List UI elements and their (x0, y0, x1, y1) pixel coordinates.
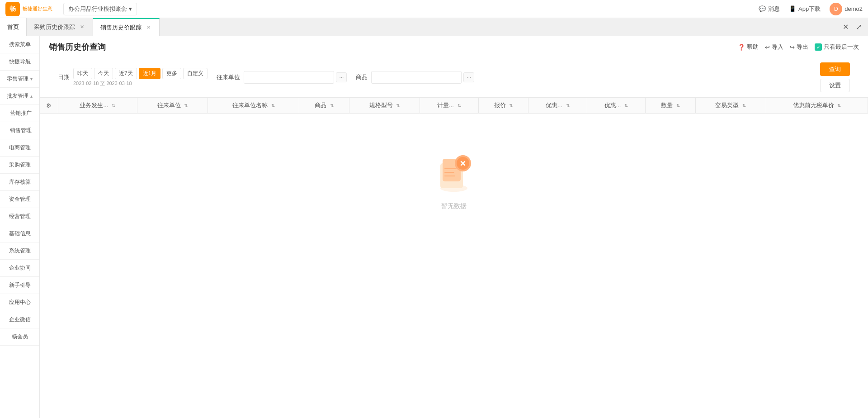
logo-area: 畅 畅捷通好生意 (5, 2, 52, 16)
th-partner-code[interactable]: 往来单位 ⇅ (137, 98, 208, 114)
sidebar-item-purchase-mgmt[interactable]: 采购管理 (0, 157, 39, 174)
date-btn-custom[interactable]: 自定义 (183, 68, 208, 79)
tab-home[interactable]: 首页 (0, 18, 27, 36)
th-pretax-price[interactable]: 优惠前无税单价 ⇅ (766, 98, 868, 114)
sidebar-item-sales-mgmt[interactable]: 销售管理 (0, 122, 39, 139)
export-label: 导出 (797, 43, 808, 51)
th-partner-name[interactable]: 往来单位名称 ⇅ (208, 98, 299, 114)
new-guide-label: 新手引导 (9, 281, 31, 289)
date-buttons: 昨天 今天 近7天 近1月 更多 自定义 (73, 68, 208, 79)
export-icon: ↪ (790, 44, 795, 51)
app-download-action[interactable]: 📱 App下载 (789, 5, 821, 13)
only-last-label: 只看最后一次 (824, 43, 859, 51)
members-label: 畅会员 (12, 333, 28, 341)
empty-text: 暂无数据 (441, 202, 467, 210)
message-icon: 💬 (759, 5, 766, 12)
sidebar-item-inventory[interactable]: 库存核算 (0, 174, 39, 191)
th-discount2[interactable]: 优惠... ⇅ (587, 98, 646, 114)
action-buttons: 查询 设置 (820, 62, 850, 92)
ops-mgmt-label: 经营管理 (9, 213, 31, 220)
tab-purchase-history-close[interactable]: ✕ (79, 24, 85, 30)
purchase-mgmt-label: 采购管理 (9, 161, 31, 169)
date-btn-more[interactable]: 更多 (162, 68, 181, 79)
sidebar-item-corp-wechat[interactable]: 企业微信 (0, 311, 39, 328)
th-discount1[interactable]: 优惠... ⇅ (528, 98, 587, 114)
th-quote[interactable]: 报价 ⇅ (478, 98, 528, 114)
import-btn[interactable]: ↩ 导入 (765, 43, 783, 51)
message-action[interactable]: 💬 消息 (759, 5, 780, 13)
partner-dots-btn[interactable]: ··· (336, 72, 347, 82)
filter-row: 日期 昨天 今天 近7天 近1月 更多 自定义 2023-02-18 至 202… (49, 58, 859, 97)
tab-sales-history[interactable]: 销售历史价跟踪 ✕ (93, 18, 160, 36)
sidebar: 搜索菜单 快捷导航 零售管理 ▾ 批发管理 ▴ 营销推广 销售管理 电商管理 采… (0, 36, 40, 418)
th-qty[interactable]: 数量 ⇅ (646, 98, 695, 114)
import-icon: ↩ (765, 44, 770, 51)
industry-selector[interactable]: 办公用品行业模拟账套 ▾ (63, 3, 137, 15)
date-btn-1month[interactable]: 近1月 (139, 68, 161, 79)
tab-bar: 首页 采购历史价跟踪 ✕ 销售历史价跟踪 ✕ ✕ ⤢ (0, 18, 868, 36)
data-table: ⚙ 业务发生... ⇅ 往来单位 ⇅ 往来单位名称 ⇅ 商品 ⇅ 规格型号 ⇅ … (40, 98, 868, 114)
date-btn-yesterday[interactable]: 昨天 (73, 68, 92, 79)
sidebar-item-marketing[interactable]: 营销推广 (0, 105, 39, 122)
finance-mgmt-label: 资金管理 (9, 195, 31, 203)
sidebar-item-wholesale-mgmt[interactable]: 批发管理 ▴ (0, 88, 39, 105)
sidebar-item-quick-nav[interactable]: 快捷导航 (0, 53, 39, 71)
user-label: demo2 (844, 5, 863, 12)
goods-filter-group: 商品 ··· (356, 71, 474, 84)
app-download-label: App下载 (798, 5, 821, 13)
settings-button[interactable]: 设置 (820, 79, 850, 92)
help-icon: ❓ (738, 44, 745, 51)
help-btn[interactable]: ❓ 帮助 (738, 43, 759, 51)
sidebar-item-finance-mgmt[interactable]: 资金管理 (0, 191, 39, 208)
header-left: 畅 畅捷通好生意 办公用品行业模拟账套 ▾ (5, 2, 137, 16)
chevron-up-icon: ▴ (30, 94, 33, 99)
sidebar-item-members[interactable]: 畅会员 (0, 328, 39, 346)
tab-bar-right: ✕ ⤢ (841, 21, 868, 33)
table-area: ⚙ 业务发生... ⇅ 往来单位 ⇅ 往来单位名称 ⇅ 商品 ⇅ 规格型号 ⇅ … (40, 98, 868, 418)
corp-collab-label: 企业协同 (9, 264, 31, 272)
sidebar-item-ecommerce-mgmt[interactable]: 电商管理 (0, 139, 39, 157)
help-label: 帮助 (747, 43, 759, 51)
sidebar-item-new-guide[interactable]: 新手引导 (0, 277, 39, 294)
sidebar-item-corp-collab[interactable]: 企业协同 (0, 260, 39, 277)
export-btn[interactable]: ↪ 导出 (790, 43, 808, 51)
empty-state: 暂无数据 (40, 114, 868, 247)
tab-purchase-history[interactable]: 采购历史价跟踪 ✕ (27, 18, 93, 36)
th-biz-date[interactable]: 业务发生... ⇅ (58, 98, 137, 114)
close-window-btn[interactable]: ✕ (841, 21, 850, 33)
sidebar-item-search-menu[interactable]: 搜索菜单 (0, 36, 39, 53)
marketing-label: 营销推广 (10, 109, 32, 117)
wholesale-mgmt-label: 批发管理 (7, 92, 28, 100)
th-unit[interactable]: 计量... ⇅ (420, 98, 479, 114)
sidebar-item-basic-info[interactable]: 基础信息 (0, 225, 39, 242)
message-label: 消息 (768, 5, 780, 13)
search-menu-label: 搜索菜单 (9, 41, 31, 48)
logo-icon: 畅 (5, 2, 20, 16)
sidebar-item-app-center[interactable]: 应用中心 (0, 294, 39, 311)
date-btn-7days[interactable]: 近7天 (115, 68, 137, 79)
date-btn-today[interactable]: 今天 (94, 68, 113, 79)
sales-mgmt-label: 销售管理 (10, 127, 32, 134)
partner-filter-group: 往来单位 ··· (217, 71, 347, 84)
ecommerce-mgmt-label: 电商管理 (9, 144, 31, 152)
th-gear[interactable]: ⚙ (40, 98, 58, 114)
sidebar-item-ops-mgmt[interactable]: 经营管理 (0, 208, 39, 225)
quick-nav-label: 快捷导航 (9, 58, 31, 66)
sidebar-item-sys-mgmt[interactable]: 系统管理 (0, 242, 39, 260)
th-trade-type[interactable]: 交易类型 ⇅ (695, 98, 766, 114)
maximize-btn[interactable]: ⤢ (854, 21, 863, 33)
only-last-checkbox[interactable]: ✓ 只看最后一次 (815, 43, 859, 51)
query-button[interactable]: 查询 (820, 62, 850, 76)
th-spec[interactable]: 规格型号 ⇅ (349, 98, 420, 114)
chevron-down-icon: ▾ (129, 5, 132, 12)
user-action[interactable]: D demo2 (830, 3, 863, 15)
partner-input[interactable] (244, 71, 334, 84)
app-download-icon: 📱 (789, 5, 796, 12)
goods-input[interactable] (371, 71, 462, 84)
sidebar-item-retail-mgmt[interactable]: 零售管理 ▾ (0, 71, 39, 88)
tab-sales-history-close[interactable]: ✕ (145, 24, 152, 31)
header-right: 💬 消息 📱 App下载 D demo2 (759, 3, 863, 15)
goods-dots-btn[interactable]: ··· (463, 72, 474, 82)
th-goods[interactable]: 商品 ⇅ (299, 98, 349, 114)
partner-input-group: ··· (244, 71, 347, 84)
